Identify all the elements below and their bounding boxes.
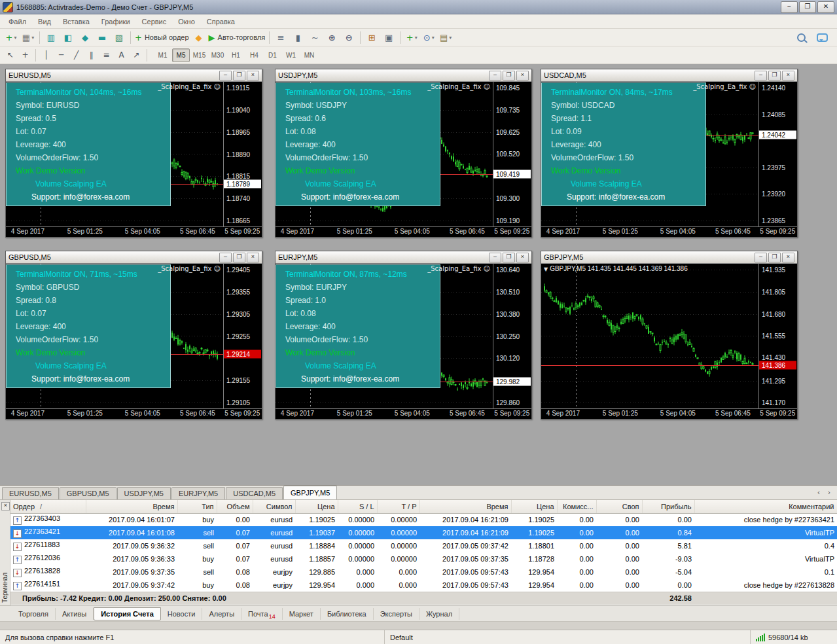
history-row[interactable]: ↓2276138282017.09.05 9:37:35sell0.08eurj… xyxy=(10,565,837,579)
chart-line-button[interactable]: ~ xyxy=(306,31,323,45)
chart-minimize-button[interactable]: – xyxy=(219,253,232,262)
new-chart-button[interactable]: +▾ xyxy=(3,31,20,45)
terminal-tab-Новости[interactable]: Новости xyxy=(161,608,203,620)
chart-tab-GBPJPY,M5[interactable]: GBPJPY,M5 xyxy=(283,486,337,499)
navigator-button[interactable]: ◆ xyxy=(77,31,94,45)
chart-plot[interactable]: TerminalMonitor ON, 71ms, ~15msSymbol: G… xyxy=(6,264,224,408)
metaeditor-button[interactable]: ◆ xyxy=(190,31,207,45)
column-header-Ордер[interactable]: Ордер/ xyxy=(10,500,86,513)
maximize-button[interactable]: ❐ xyxy=(799,1,816,13)
column-header-Комментарий[interactable]: Комментарий xyxy=(694,500,837,513)
profiles-button[interactable]: ▦▾ xyxy=(20,31,37,45)
indicators-button[interactable]: +▾ xyxy=(403,31,420,45)
chart-restore-button[interactable]: ❐ xyxy=(503,71,515,80)
price-axis[interactable]: 1.191151.190401.189651.188901.188151.187… xyxy=(224,82,262,226)
resize-strip[interactable] xyxy=(0,622,837,630)
equidistant-channel-tool-button[interactable]: ∥ xyxy=(84,48,99,62)
terminal-tab-Активы[interactable]: Активы xyxy=(56,608,94,620)
history-row[interactable]: ↑2276120362017.09.05 9:36:33buy0.07eurus… xyxy=(10,552,837,565)
chart-window-titlebar[interactable]: GBPJPY,M5–❐× xyxy=(541,251,797,264)
chart-tab-EURUSD,M5[interactable]: EURUSD,M5 xyxy=(2,487,59,499)
timeframe-M30-button[interactable]: M30 xyxy=(209,48,226,62)
chart-restore-button[interactable]: ❐ xyxy=(233,71,245,80)
trendline-tool-button[interactable]: ╱ xyxy=(69,48,84,62)
history-row[interactable]: ↑2273634032017.09.04 16:01:07buy0.00euru… xyxy=(10,513,837,526)
chart-minimize-button[interactable]: – xyxy=(755,71,767,80)
menu-item-Вставка[interactable]: Вставка xyxy=(57,16,96,27)
menu-item-Файл[interactable]: Файл xyxy=(3,16,32,27)
terminal-tab-Библиотека[interactable]: Библиотека xyxy=(321,608,374,620)
terminal-tab-Торговля[interactable]: Торговля xyxy=(12,608,56,620)
time-axis[interactable]: 4 Sep 20175 Sep 01:255 Sep 04:055 Sep 06… xyxy=(6,226,262,236)
community-button[interactable] xyxy=(813,31,830,45)
menu-item-Вид[interactable]: Вид xyxy=(32,16,57,27)
chart-close-button[interactable]: × xyxy=(247,253,259,262)
strategy-tester-button[interactable]: ▧ xyxy=(111,31,128,45)
timeframe-M5-button[interactable]: M5 xyxy=(172,48,190,62)
column-header-S / L[interactable]: S / L xyxy=(338,500,377,513)
column-header-Время[interactable]: Время xyxy=(86,500,177,513)
column-header-Своп[interactable]: Своп xyxy=(596,500,642,513)
chart-window-titlebar[interactable]: EURUSD,M5–❐× xyxy=(6,69,262,82)
market-watch-button[interactable]: ▥ xyxy=(43,31,60,45)
column-header-Комисс...[interactable]: Комисс... xyxy=(557,500,596,513)
chart-minimize-button[interactable]: – xyxy=(219,71,232,80)
terminal-tab-Маркет[interactable]: Маркет xyxy=(283,608,321,620)
column-header-Время[interactable]: Время xyxy=(419,500,511,513)
zoom-in-button[interactable]: ⊕ xyxy=(323,31,340,45)
chart-close-button[interactable]: × xyxy=(516,253,529,262)
terminal-panel-button[interactable]: ▬ xyxy=(94,31,111,45)
column-header-Символ[interactable]: Символ xyxy=(253,500,295,513)
chart-close-button[interactable]: × xyxy=(782,71,794,80)
cursor-tool-button[interactable]: ↖ xyxy=(3,48,18,62)
close-button[interactable]: ✕ xyxy=(817,1,834,13)
terminal-tab-Эксперты[interactable]: Эксперты xyxy=(374,608,419,620)
chart-window-titlebar[interactable]: EURJPY,M5–❐× xyxy=(276,251,531,264)
terminal-tab-Почта[interactable]: Почта14 xyxy=(241,608,283,620)
text-label-tool-button[interactable]: A xyxy=(114,48,129,62)
terminal-tab-Журнал[interactable]: Журнал xyxy=(419,608,459,620)
chart-close-button[interactable]: × xyxy=(247,71,259,80)
chart-tab-EURJPY,M5[interactable]: EURJPY,M5 xyxy=(171,487,225,499)
menu-item-Сервис[interactable]: Сервис xyxy=(136,16,173,27)
chart-restore-button[interactable]: ❐ xyxy=(768,71,781,80)
terminal-close-icon[interactable]: × xyxy=(1,502,10,510)
chart-plot[interactable]: TerminalMonitor ON, 104ms, ~16msSymbol: … xyxy=(6,82,224,226)
title-bar[interactable]: 1568885: Activtrades-Demo - Демо Счет - … xyxy=(0,0,837,14)
timeframe-W1-button[interactable]: W1 xyxy=(282,48,300,62)
chart-plot[interactable]: TerminalMonitor ON, 103ms, ~16msSymbol: … xyxy=(276,82,493,226)
horizontal-line-tool-button[interactable]: ─ xyxy=(54,48,69,62)
time-axis[interactable]: 4 Sep 20175 Sep 01:255 Sep 04:055 Sep 06… xyxy=(541,226,797,236)
scroll-right-icon[interactable]: › xyxy=(824,488,834,498)
price-axis[interactable]: 141.935141.805141.680141.555141.430141.2… xyxy=(759,264,797,408)
timeframe-M1-button[interactable]: M1 xyxy=(154,48,171,62)
data-window-button[interactable]: ◧ xyxy=(60,31,77,45)
column-header-Прибыль[interactable]: Прибыль xyxy=(642,500,694,513)
column-header-Цена[interactable]: Цена xyxy=(511,500,557,513)
price-axis[interactable]: 1.294051.293551.293051.292551.291551.291… xyxy=(224,264,262,408)
chart-bars-button[interactable]: ≡ xyxy=(272,31,289,45)
minimize-button[interactable]: − xyxy=(781,1,798,13)
chart-close-button[interactable]: × xyxy=(516,71,529,80)
time-axis[interactable]: 4 Sep 20175 Sep 01:255 Sep 04:055 Sep 06… xyxy=(541,408,797,418)
zoom-out-button[interactable]: ⊖ xyxy=(340,31,357,45)
price-axis[interactable]: 109.845109.735109.625109.520109.300109.1… xyxy=(493,82,531,226)
chart-plot[interactable]: TerminalMonitor ON, 84ms, ~17msSymbol: U… xyxy=(541,82,759,226)
periods-button[interactable]: ⊙▾ xyxy=(420,31,437,45)
column-header-Тип[interactable]: Тип xyxy=(177,500,217,513)
timeframe-M15-button[interactable]: M15 xyxy=(190,48,208,62)
chart-close-button[interactable]: × xyxy=(782,253,794,262)
templates-button[interactable]: ▤▾ xyxy=(437,31,454,45)
history-row[interactable]: ↑2276141512017.09.05 9:37:42buy0.08eurjp… xyxy=(10,579,837,592)
chart-tab-GBPUSD,M5[interactable]: GBPUSD,M5 xyxy=(60,487,116,499)
chart-candles-button[interactable]: ▮ xyxy=(289,31,306,45)
menu-item-Окно[interactable]: Окно xyxy=(172,16,201,27)
chart-window-titlebar[interactable]: USDJPY,M5–❐× xyxy=(276,69,531,82)
menu-item-Графики[interactable]: Графики xyxy=(96,16,136,27)
cascade-windows-button[interactable]: ▣ xyxy=(380,31,397,45)
search-button[interactable] xyxy=(792,31,810,45)
column-header-Цена[interactable]: Цена xyxy=(295,500,338,513)
chart-minimize-button[interactable]: – xyxy=(489,71,501,80)
chart-minimize-button[interactable]: – xyxy=(755,253,767,262)
column-header-Объем[interactable]: Объем xyxy=(217,500,253,513)
